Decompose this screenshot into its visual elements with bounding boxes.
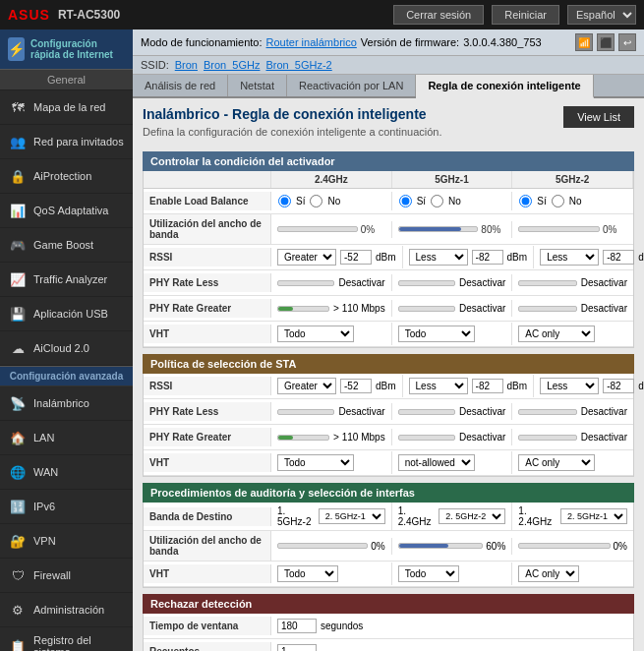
rssi-5ghz1-val-input[interactable] bbox=[472, 250, 503, 265]
lb52-si-radio[interactable] bbox=[519, 195, 532, 207]
quick-setup-label: Configuración rápida de Internet bbox=[30, 38, 125, 60]
banda-destino-5ghz1-b2-select[interactable]: 2. 5GHz-2 bbox=[439, 508, 505, 524]
vht-5ghz2-select[interactable]: AC onlyTodonot-allowed bbox=[518, 326, 595, 342]
sta-vht-5ghz1-select[interactable]: not-allowedTodoAC only bbox=[398, 454, 475, 471]
game-boost-label: Game Boost bbox=[33, 239, 93, 251]
sidebar-item-ipv6[interactable]: 🔢 IPv6 bbox=[0, 490, 133, 524]
recuentos-cell bbox=[271, 641, 633, 651]
sta-rssi-5ghz1-val[interactable] bbox=[472, 379, 503, 393]
vht-2ghz-select[interactable]: TodoAC onlynot-allowed bbox=[277, 326, 354, 342]
asus-logo: ASUS bbox=[8, 7, 50, 23]
sidebar-item-qos[interactable]: 📊 QoS Adaptativa bbox=[0, 194, 133, 228]
rssi-5ghz2-val-input[interactable] bbox=[603, 250, 634, 265]
aud-vht-label: VHT bbox=[144, 564, 271, 583]
lb52-no-radio[interactable] bbox=[552, 195, 564, 207]
sidebar-item-aicloud[interactable]: ☁ AiCloud 2.0 bbox=[0, 331, 133, 366]
sidebar-item-aiprotection[interactable]: 🔒 AiProtection bbox=[0, 159, 133, 194]
tab-smart-connect[interactable]: Regla de conexión inteligente bbox=[416, 75, 593, 98]
sta-vht-5ghz2-select[interactable]: AC onlyTodonot-allowed bbox=[518, 454, 595, 471]
sta-rssi-5ghz2-val[interactable] bbox=[603, 379, 634, 393]
sidebar-item-guest-network[interactable]: 👥 Red para invitados bbox=[0, 125, 133, 159]
sta-phy-less-5ghz2: Desactivar bbox=[512, 403, 633, 420]
language-select[interactable]: Español English bbox=[567, 5, 636, 25]
banda-destino-row: Banda de Destino 1. 5GHz-2 2. 5GHz-1 1. … bbox=[144, 503, 633, 531]
rssi-5ghz1-op-select[interactable]: LessGreater bbox=[409, 249, 468, 266]
rssi-5ghz2-op-select[interactable]: LessGreater bbox=[540, 249, 599, 266]
usb-status-icon[interactable]: ⬛ bbox=[597, 33, 615, 51]
traffic-label: Traffic Analyzer bbox=[33, 273, 107, 285]
sidebar-item-vpn[interactable]: 🔐 VPN bbox=[0, 524, 133, 559]
phy-less-label: PHY Rate Less bbox=[144, 273, 271, 292]
sidebar-item-wireless[interactable]: 📡 Inalámbrico bbox=[0, 386, 133, 421]
sidebar-item-usb[interactable]: 💾 Aplicación USB bbox=[0, 297, 133, 331]
model-name: RT-AC5300 bbox=[58, 8, 120, 22]
load-balance-no-radio[interactable] bbox=[310, 195, 322, 207]
lb51-no-radio[interactable] bbox=[431, 195, 443, 207]
tiempo-cell: segundos bbox=[271, 616, 633, 636]
aud-vht-2ghz-select[interactable]: TodoAC only bbox=[277, 565, 338, 582]
tab-wol[interactable]: Reactivación por LAN bbox=[287, 75, 416, 96]
sta-vht-2ghz-select[interactable]: TodoAC onlynot-allowed bbox=[277, 454, 354, 471]
tab-network-analysis[interactable]: Análisis de red bbox=[133, 75, 228, 96]
logout-button[interactable]: Cerrar sesión bbox=[393, 5, 484, 25]
tiempo-input[interactable] bbox=[277, 619, 317, 633]
phy-less-row: PHY Rate Less Desactivar Desactivar Desa… bbox=[144, 270, 633, 296]
banda-destino-5ghz2-b2-select[interactable]: 2. 5GHz-1 bbox=[560, 508, 627, 524]
util-2ghz-slider[interactable]: 0% bbox=[277, 224, 385, 235]
sta-rssi-2ghz-val[interactable] bbox=[340, 379, 372, 393]
banda-destino-2ghz-b2-select[interactable]: 2. 5GHz-1 bbox=[319, 508, 385, 524]
rssi-label: RSSI bbox=[144, 248, 271, 266]
rssi-2ghz-unit: dBm bbox=[376, 252, 396, 263]
sta-rssi-2ghz-op[interactable]: GreaterLess bbox=[277, 378, 336, 394]
vht-5ghz1-select[interactable]: TodoAC onlynot-allowed bbox=[398, 326, 475, 342]
mode-link[interactable]: Router inalámbrico bbox=[266, 36, 357, 48]
sidebar-quick-setup[interactable]: ⚡ Configuración rápida de Internet bbox=[0, 30, 133, 69]
util-5ghz2-slider[interactable]: 0% bbox=[518, 224, 627, 235]
aud-util-5ghz1: 60% bbox=[392, 538, 513, 555]
aud-util-5ghz2-val: 0% bbox=[614, 541, 627, 552]
rssi-2ghz-val-input[interactable] bbox=[340, 250, 372, 265]
restart-button[interactable]: Reiniciar bbox=[492, 5, 559, 25]
recuentos-input[interactable] bbox=[277, 644, 317, 651]
sta-section: Política de selección de STA RSSI Greate… bbox=[143, 354, 634, 477]
sta-rssi-5ghz2-op[interactable]: LessGreater bbox=[540, 378, 599, 394]
recuentos-label: Recuentos bbox=[144, 642, 271, 651]
util-5ghz1-slider[interactable]: 80% bbox=[398, 224, 506, 235]
sidebar-item-syslog[interactable]: 📋 Registro del sistema bbox=[0, 627, 133, 651]
aiprotection-label: AiProtection bbox=[33, 170, 91, 182]
sta-rssi-5ghz2-cell: LessGreater dBm bbox=[534, 375, 644, 397]
network-icon[interactable]: 📶 bbox=[575, 33, 593, 51]
auditoria-section-content: Banda de Destino 1. 5GHz-2 2. 5GHz-1 1. … bbox=[143, 503, 634, 588]
aud-vht-5ghz1-select[interactable]: TodoAC only bbox=[398, 565, 459, 582]
sidebar-item-admin[interactable]: ⚙ Administración bbox=[0, 593, 133, 627]
sidebar-item-lan[interactable]: 🏠 LAN bbox=[0, 421, 133, 455]
ssid1-link[interactable]: Bron bbox=[175, 59, 198, 71]
aud-vht-5ghz2-select[interactable]: AC onlyTodo bbox=[518, 565, 579, 582]
banda-destino-5ghz1: 1. 2.4GHz 2. 5GHz-2 bbox=[392, 503, 513, 530]
view-list-button[interactable]: View List bbox=[563, 106, 634, 128]
admin-icon: ⚙ bbox=[8, 600, 28, 620]
sidebar-item-network-map[interactable]: 🗺 Mapa de la red bbox=[0, 90, 133, 125]
settings-icon[interactable]: ↩ bbox=[618, 33, 636, 51]
ssid2-link[interactable]: Bron_5GHz bbox=[204, 59, 260, 71]
sta-rssi-5ghz1-op[interactable]: LessGreater bbox=[409, 378, 468, 394]
load-balance-2ghz-cell: Sí No bbox=[271, 192, 392, 210]
ssid3-link[interactable]: Bron_5GHz-2 bbox=[265, 59, 331, 71]
sidebar-item-wan[interactable]: 🌐 WAN bbox=[0, 455, 133, 490]
lb51-si-radio[interactable] bbox=[399, 195, 412, 207]
phy-less-2ghz-cell: Desactivar bbox=[271, 274, 392, 291]
main-content: Modo de funcionamiento: Router inalámbri… bbox=[133, 30, 644, 651]
sidebar-item-traffic-analyzer[interactable]: 📈 Traffic Analyzer bbox=[0, 263, 133, 297]
sidebar-item-game-boost[interactable]: 🎮 Game Boost bbox=[0, 228, 133, 263]
aicloud-icon: ☁ bbox=[8, 338, 28, 358]
tab-netstat[interactable]: Netstat bbox=[228, 75, 287, 96]
lan-icon: 🏠 bbox=[8, 428, 28, 447]
si-label: Sí bbox=[296, 196, 305, 207]
load-balance-si-radio[interactable] bbox=[278, 195, 291, 207]
sidebar-item-firewall[interactable]: 🛡 Firewall bbox=[0, 559, 133, 593]
vpn-icon: 🔐 bbox=[8, 531, 28, 551]
rssi-2ghz-op-select[interactable]: GreaterLess bbox=[277, 249, 336, 266]
aud-vht-5ghz1: TodoAC only bbox=[392, 562, 513, 585]
phy-greater-5ghz2-val: Desactivar bbox=[581, 303, 627, 314]
load-balance-row: Enable Load Balance Sí No Sí No Sí No bbox=[144, 189, 633, 214]
